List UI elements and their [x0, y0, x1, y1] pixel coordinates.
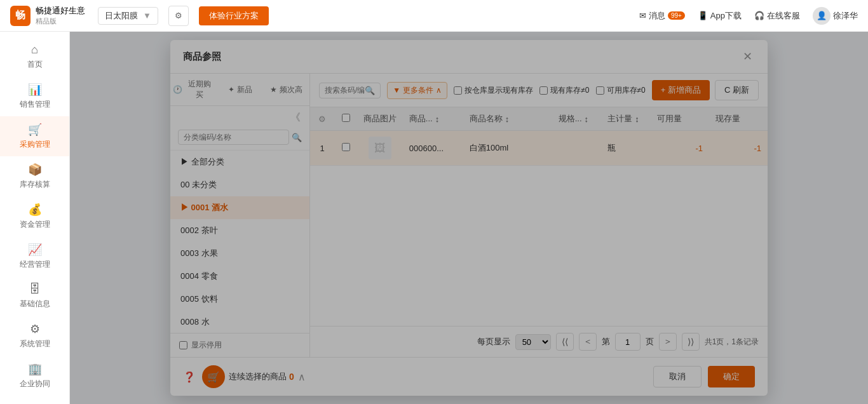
app-download-button[interactable]: 📱 App下载 [698, 10, 742, 22]
user-menu[interactable]: 👤 徐泽华 [813, 7, 858, 25]
sidebar-item-sales[interactable]: 📊 销售管理 [0, 76, 69, 116]
message-badge: 99+ [668, 11, 685, 20]
message-icon: ✉ [639, 11, 646, 20]
home-icon: ⌂ [31, 43, 38, 57]
navbar: 畅 畅捷通好生意 精品版 日太阳膜 ▼ ⚙ 体验行业方案 ✉ 消息 99+ 📱 … [0, 0, 868, 32]
logo: 畅 畅捷通好生意 精品版 [10, 5, 85, 26]
sidebar-item-finance[interactable]: 💰 资金管理 [0, 196, 69, 236]
finance-icon: 💰 [28, 203, 42, 217]
trial-button[interactable]: 体验行业方案 [199, 6, 269, 25]
sidebar-item-base[interactable]: 🗄 基础信息 [0, 276, 69, 316]
enterprise-icon: 🏢 [28, 362, 42, 376]
settings-icon[interactable]: ⚙ [168, 6, 189, 26]
sidebar: ⌂ 首页 📊 销售管理 🛒 采购管理 📦 库存核算 💰 资金管理 📈 经营管理 … [0, 32, 70, 404]
sales-icon: 📊 [28, 83, 42, 97]
phone-icon: 📱 [698, 11, 708, 20]
sidebar-item-home[interactable]: ⌂ 首页 [0, 37, 69, 76]
logo-icon: 畅 [10, 6, 31, 26]
brand-selector[interactable]: 日太阳膜 ▼ [98, 7, 158, 25]
service-button[interactable]: 🎧 在线客服 [754, 10, 800, 22]
logo-text: 畅捷通好生意 精品版 [36, 5, 85, 26]
sidebar-item-enterprise[interactable]: 🏢 企业协同 [0, 356, 69, 396]
message-button[interactable]: ✉ 消息 99+ [639, 10, 685, 22]
navbar-right: ✉ 消息 99+ 📱 App下载 🎧 在线客服 👤 徐泽华 [639, 7, 858, 25]
main-layout: ⌂ 首页 📊 销售管理 🛒 采购管理 📦 库存核算 💰 资金管理 📈 经营管理 … [0, 32, 868, 404]
content-area: 商品参照 ✕ 🕐 近期购买 ✦ 新品 [70, 32, 868, 404]
sidebar-item-system[interactable]: ⚙ 系统管理 [0, 316, 69, 356]
base-icon: 🗄 [29, 283, 41, 296]
chevron-down-icon: ▼ [143, 11, 151, 20]
sidebar-item-guide[interactable]: 📖 新手引导 [0, 396, 69, 404]
headset-icon: 🎧 [754, 11, 764, 20]
system-icon: ⚙ [30, 322, 40, 336]
business-icon: 📈 [28, 243, 42, 257]
overlay-background [70, 32, 868, 404]
avatar: 👤 [813, 7, 831, 25]
sidebar-item-business[interactable]: 📈 经营管理 [0, 236, 69, 276]
sidebar-item-inventory[interactable]: 📦 库存核算 [0, 156, 69, 196]
inventory-icon: 📦 [28, 163, 42, 177]
sidebar-item-purchase[interactable]: 🛒 采购管理 [0, 116, 69, 156]
purchase-icon: 🛒 [28, 123, 42, 137]
